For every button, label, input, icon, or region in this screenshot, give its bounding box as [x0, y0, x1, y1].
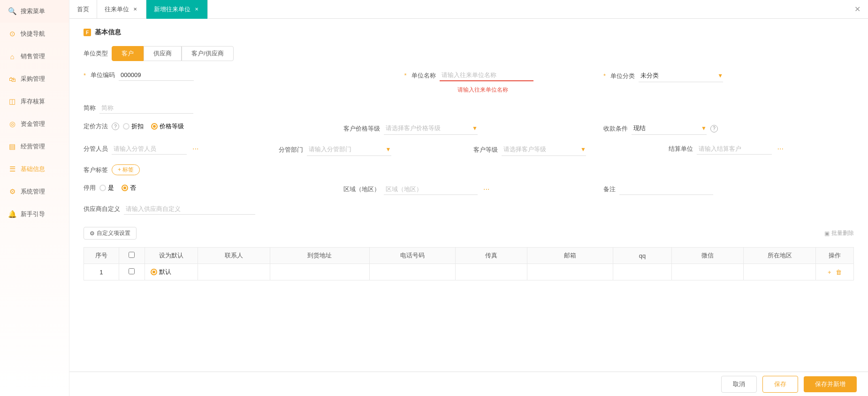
batch-delete-btn[interactable]: ▣ 批量删除	[824, 229, 854, 237]
close-all-tabs[interactable]: ✕	[847, 5, 868, 14]
tab-home[interactable]: 首页	[69, 0, 97, 19]
disabled-field: 停用 是 否	[84, 184, 334, 192]
settlement-unit-input[interactable]	[697, 143, 772, 155]
sidebar-item-inventory[interactable]: ◫ 库存核算	[0, 90, 69, 113]
pricing-level-option[interactable]: 价格等级	[151, 122, 184, 131]
row-address-input[interactable]	[291, 269, 348, 276]
col-qq: qq	[613, 248, 671, 264]
customer-level-arrow[interactable]: ▼	[580, 146, 586, 153]
row-region[interactable]	[744, 264, 816, 280]
section-flag-icon: F	[84, 29, 91, 36]
row-delete-btn[interactable]: 🗑	[836, 269, 842, 276]
row-default-radio-item[interactable]: 默认	[151, 268, 192, 276]
manager-label: 分管人员	[84, 145, 108, 153]
region-ellipsis[interactable]: ···	[481, 185, 491, 194]
close-partners-tab[interactable]: ✕	[132, 6, 138, 13]
unit-name-error: 请输入往来单位名称	[457, 86, 508, 94]
save-button[interactable]: 保存	[762, 376, 798, 393]
row-checkbox[interactable]	[129, 268, 135, 274]
unit-type-customer-btn[interactable]: 客户	[112, 46, 144, 61]
form-area: F 基本信息 单位类型 客户 供应商 客户/供应商 * 单位编码	[69, 19, 868, 372]
pricing-method-help[interactable]: ?	[112, 123, 119, 130]
sales-icon: ⌂	[8, 52, 17, 61]
purchase-icon: 🛍	[8, 74, 17, 84]
supplier-custom-row: 供应商自定义	[84, 203, 854, 215]
row-qq[interactable]	[613, 264, 671, 280]
row-contact[interactable]	[198, 264, 270, 280]
sidebar-item-basic-info[interactable]: ☰ 基础信息	[0, 158, 69, 180]
short-name-input[interactable]	[99, 102, 193, 114]
row-default-radio	[151, 269, 157, 275]
sidebar-item-sales[interactable]: ⌂ 销售管理	[0, 45, 69, 68]
row-contact-input[interactable]	[215, 269, 252, 276]
unit-code-input[interactable]	[119, 70, 194, 81]
manager-input[interactable]	[112, 143, 187, 155]
payment-terms-help[interactable]: ?	[710, 125, 718, 132]
row-wechat[interactable]	[671, 264, 744, 280]
select-all-checkbox[interactable]	[129, 252, 135, 258]
sidebar-item-system[interactable]: ⚙ 系统管理	[0, 180, 69, 203]
col-checkbox	[119, 248, 145, 264]
row-address[interactable]	[270, 264, 369, 280]
unit-type-both-btn[interactable]: 客户/供应商	[182, 46, 234, 61]
col-region: 所在地区	[744, 248, 816, 264]
row-qq-input[interactable]	[628, 269, 656, 276]
pricing-row: 定价方法 ? 折扣 价格等级 客户价格等级 请选择客户价格等级	[84, 122, 854, 135]
pricing-discount-option[interactable]: 折扣	[123, 122, 144, 131]
table-row: 1 默认	[84, 264, 854, 280]
row-wechat-input[interactable]	[689, 269, 726, 276]
close-new-partner-tab[interactable]: ✕	[193, 6, 200, 13]
sidebar-item-purchase[interactable]: 🛍 采购管理	[0, 68, 69, 90]
unit-category-arrow[interactable]: ▼	[717, 72, 723, 79]
custom-settings-btn[interactable]: ⚙ 自定义项设置	[84, 227, 137, 240]
add-tag-btn[interactable]: + 标签	[112, 164, 140, 175]
payment-terms-arrow[interactable]: ▼	[701, 125, 707, 132]
disabled-yes-option[interactable]: 是	[99, 184, 114, 192]
supplier-custom-input[interactable]	[124, 203, 255, 215]
row-phone-input[interactable]	[389, 269, 436, 276]
department-arrow[interactable]: ▼	[386, 146, 391, 153]
tab-partners[interactable]: 往来单位 ✕	[97, 0, 146, 19]
sidebar-item-quick-nav[interactable]: ⊙ 快捷导航	[0, 23, 69, 45]
region-input[interactable]	[384, 184, 478, 195]
col-index: 序号	[84, 248, 119, 264]
row-fax[interactable]	[455, 264, 527, 280]
col-contact: 联系人	[198, 248, 270, 264]
disabled-no-option[interactable]: 否	[122, 184, 136, 192]
save-new-button[interactable]: 保存并新增	[804, 376, 857, 392]
sidebar-item-finance[interactable]: ◎ 资金管理	[0, 113, 69, 135]
customer-price-level-select: 请选择客户价格等级 ▼	[384, 122, 478, 135]
unit-type-label: 单位类型	[84, 49, 108, 58]
cancel-button[interactable]: 取消	[721, 376, 757, 393]
col-phone: 电话号码	[369, 248, 455, 264]
supplier-custom-field: 供应商自定义	[84, 203, 854, 215]
tags-row: 客户标签 + 标签	[84, 164, 854, 175]
short-name-label: 简称	[84, 104, 96, 112]
sidebar-item-search[interactable]: 🔍 搜索菜单	[0, 0, 69, 23]
row-add-btn[interactable]: +	[828, 269, 831, 276]
unit-type-supplier-btn[interactable]: 供应商	[144, 46, 182, 61]
home-icon: ⊙	[8, 29, 17, 39]
unit-type-field: 单位类型 客户 供应商 客户/供应商	[84, 46, 854, 61]
row-actions: + 🗑	[816, 264, 854, 280]
payment-terms-label: 收款条件	[603, 124, 628, 133]
row-email-input[interactable]	[547, 269, 594, 276]
unit-name-input[interactable]	[440, 70, 533, 81]
pricing-method-radio-group: 折扣 价格等级	[123, 122, 184, 131]
row-fax-input[interactable]	[472, 269, 510, 276]
customer-price-arrow[interactable]: ▼	[472, 125, 478, 132]
unit-type-group: 客户 供应商 客户/供应商	[112, 46, 234, 61]
row-phone[interactable]	[369, 264, 455, 280]
pricing-discount-radio	[123, 123, 129, 130]
customer-price-placeholder: 请选择客户价格等级	[384, 122, 472, 134]
manager-ellipsis[interactable]: ···	[190, 145, 200, 153]
sidebar-item-operations[interactable]: ▤ 经营管理	[0, 135, 69, 158]
tab-new-partner[interactable]: 新增往来单位 ✕	[146, 0, 208, 19]
remark-input[interactable]	[619, 184, 713, 195]
row-email[interactable]	[527, 264, 613, 280]
sidebar-item-guide[interactable]: 🔔 新手引导	[0, 203, 69, 225]
row-region-input[interactable]	[761, 269, 799, 276]
disabled-region-row: 停用 是 否 区域（地区） ··· 备注	[84, 184, 854, 195]
settlement-unit-ellipsis[interactable]: ···	[776, 145, 785, 153]
disabled-no-radio	[122, 185, 128, 191]
